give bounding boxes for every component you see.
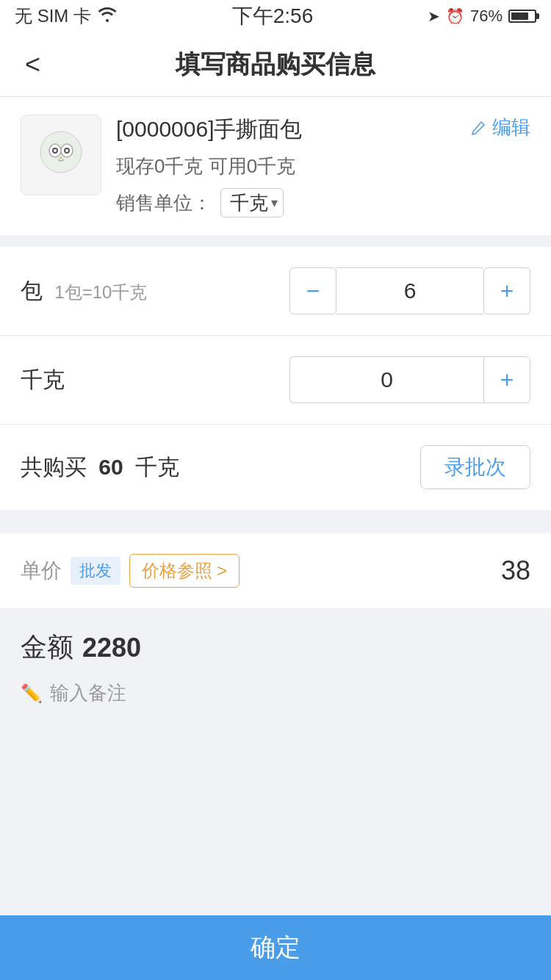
product-stock: 现存0千克 可用0千克 [116,154,530,179]
carrier-label: 无 SIM 卡 [15,4,91,28]
product-thumbnail [21,115,101,195]
kg-row: 千克 + [0,336,551,425]
price-badge: 批发 [71,557,120,585]
pao-input[interactable] [336,267,483,314]
alarm-icon: ⏰ [446,7,464,25]
product-info: [0000006]手撕面包 编辑 现存0千克 可用0千克 销售单位： 千克 包 [116,115,530,217]
unit-label: 销售单位： [116,190,212,216]
status-time: 下午2:56 [232,2,314,30]
product-card: [0000006]手撕面包 编辑 现存0千克 可用0千克 销售单位： 千克 包 [0,97,551,235]
divider-1 [0,510,551,522]
location-icon: ➤ [428,7,440,25]
pao-increment-button[interactable]: + [483,267,530,314]
svg-point-5 [54,149,57,152]
kg-stepper: + [289,356,530,403]
product-unit-row: 销售单位： 千克 包 [116,188,530,217]
unit-select[interactable]: 千克 包 [220,188,284,217]
price-row: 单价 批发 价格参照 > 38 [0,533,551,609]
batch-button[interactable]: 录批次 [420,445,530,489]
pao-hint: 1包=10千克 [54,282,147,302]
price-section: 单价 批发 价格参照 > 38 [0,533,551,609]
product-name: [0000006]手撕面包 [116,115,470,145]
kg-input[interactable] [289,356,483,403]
amount-section: 金额 2280 ✏️ 输入备注 [0,609,551,715]
pao-label: 包 1包=10千克 [21,276,289,306]
amount-label: 金额 [21,630,73,666]
product-thumb-icon [39,130,83,181]
price-ref-button[interactable]: 价格参照 > [129,554,240,588]
status-left: 无 SIM 卡 [15,4,118,28]
remark-row[interactable]: ✏️ 输入备注 [21,680,530,706]
battery-icon [508,10,536,23]
pao-decrement-button[interactable]: − [289,267,336,314]
edit-button[interactable]: 编辑 [470,115,530,140]
wifi-icon [97,6,118,26]
status-bar: 无 SIM 卡 下午2:56 ➤ ⏰ 76% [0,0,551,32]
remark-label: 输入备注 [50,680,126,706]
total-label: 共购买 60 千克 [21,453,179,483]
back-button[interactable]: < [18,42,48,87]
pao-stepper: − + [289,267,530,314]
amount-value: 2280 [82,633,141,663]
kg-increment-button[interactable]: + [483,356,530,403]
nav-bar: < 填写商品购买信息 [0,32,551,97]
price-value: 38 [501,555,530,586]
confirm-button[interactable]: 确定 [0,915,551,980]
battery-percent: 76% [470,7,503,26]
confirm-label: 确定 [251,931,300,965]
page-title: 填写商品购买信息 [176,48,375,82]
amount-row: 金额 2280 [21,630,530,666]
pao-row: 包 1包=10千克 − + [0,247,551,336]
status-right: ➤ ⏰ 76% [428,7,536,26]
pencil-icon: ✏️ [21,683,43,704]
unit-select-wrap[interactable]: 千克 包 [220,188,284,217]
total-row: 共购买 60 千克 录批次 [0,425,551,510]
spacer [0,715,551,935]
svg-point-6 [65,149,68,152]
kg-label: 千克 [21,365,289,395]
input-section: 包 1包=10千克 − + 千克 + [0,247,551,425]
price-label: 单价 [21,557,62,585]
